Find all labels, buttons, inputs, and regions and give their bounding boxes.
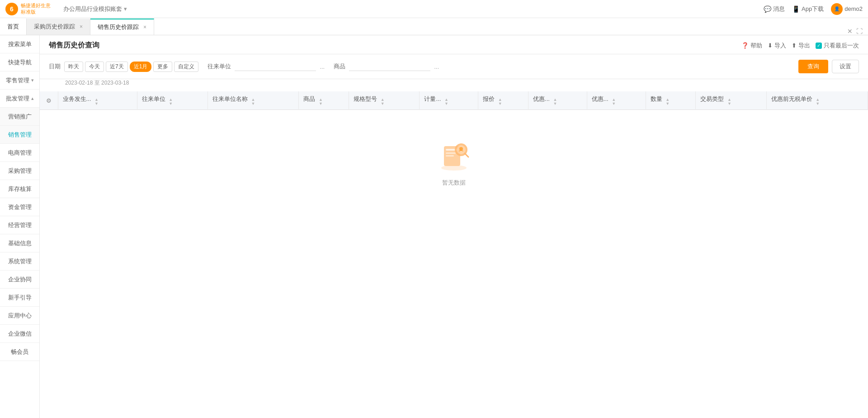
content-area: 销售历史价查询 ❓ 帮助 ⬇ 导入 ⬆ 导出 ✓ xyxy=(40,35,868,418)
sidebar-item-sales-mgmt[interactable]: 销售管理 xyxy=(0,126,39,144)
app-download-button[interactable]: 📱 App下载 xyxy=(792,5,824,13)
sidebar-item-ops-mgmt[interactable]: 经营管理 xyxy=(0,216,39,234)
date-btn-more[interactable]: 更多 xyxy=(153,62,172,72)
search-menu-label: 搜索菜单 xyxy=(8,40,32,48)
sidebar-item-new-guide[interactable]: 新手引导 xyxy=(0,289,39,307)
tab-sales-close-icon[interactable]: × xyxy=(143,24,146,30)
sort-arrows-spec: ▲▼ xyxy=(381,98,385,106)
app-center-label: 应用中心 xyxy=(8,312,32,320)
table-container: ⚙ 业务发生... ▲▼ 往来单位 ▲▼ 往来单位名称 xyxy=(40,91,868,418)
ops-mgmt-label: 经营管理 xyxy=(8,221,32,229)
th-spec[interactable]: 规格型号 ▲▼ xyxy=(349,91,420,110)
tab-purchase-history[interactable]: 采购历史价跟踪 × xyxy=(27,19,90,35)
sort-arrows-from-unit-name: ▲▼ xyxy=(251,98,255,106)
date-btn-yesterday[interactable]: 昨天 xyxy=(64,62,83,72)
sidebar-item-app-center[interactable]: 应用中心 xyxy=(0,307,39,325)
retail-mgmt-label: 零售管理 xyxy=(6,76,29,85)
logo-text: 畅捷通好生意 标准版 xyxy=(21,3,51,14)
msg-button[interactable]: 💬 消息 xyxy=(764,5,785,13)
tab-home-label: 首页 xyxy=(7,23,19,31)
sort-arrows-quote: ▲▼ xyxy=(498,98,502,106)
sidebar-item-purchase-mgmt[interactable]: 采购管理 xyxy=(0,162,39,180)
tab-bar: 首页 采购历史价跟踪 × 销售历史价跟踪 × ✕ ⛶ xyxy=(0,18,868,35)
th-pretax-price[interactable]: 优惠前无税单价 ▲▼ xyxy=(766,91,868,110)
wholesale-mgmt-arrow-icon: ▴ xyxy=(31,95,34,101)
sidebar-item-ecom-mgmt[interactable]: 电商管理 xyxy=(0,144,39,162)
from-unit-input[interactable] xyxy=(235,62,316,71)
sidebar-item-enterprise-wechat[interactable]: 企业微信 xyxy=(0,325,39,343)
app-icon: 📱 xyxy=(792,5,800,13)
th-quote[interactable]: 报价 ▲▼ xyxy=(478,91,528,110)
th-from-unit-name[interactable]: 往来单位名称 ▲▼ xyxy=(208,91,299,110)
quick-nav-label: 快捷导航 xyxy=(8,58,32,66)
search-button[interactable]: 查询 xyxy=(798,60,828,73)
tab-purchase-label: 采购历史价跟踪 xyxy=(34,23,75,31)
sidebar-item-wholesale-mgmt[interactable]: 批发管理 ▴ xyxy=(0,90,39,108)
sidebar-item-retail-mgmt[interactable]: 零售管理 ▾ xyxy=(0,71,39,90)
sort-arrows-product: ▲▼ xyxy=(319,98,323,106)
import-button[interactable]: ⬇ 导入 xyxy=(768,42,786,50)
help-icon: ❓ xyxy=(741,42,749,49)
page-header-actions: ❓ 帮助 ⬇ 导入 ⬆ 导出 ✓ 只看最后一次 xyxy=(741,42,859,50)
tab-sales-label: 销售历史价跟踪 xyxy=(98,23,139,31)
app-title-area: 办公用品行业模拟账套 ▾ xyxy=(63,5,127,13)
enterprise-wechat-label: 企业微信 xyxy=(8,330,32,338)
sort-arrows-unit: ▲▼ xyxy=(444,98,448,106)
data-table: ⚙ 业务发生... ▲▼ 往来单位 ▲▼ 往来单位名称 xyxy=(40,91,868,110)
filter-area: 日期 昨天 今天 近7天 近1月 更多 自定义 往来单位 ... xyxy=(40,54,868,79)
date-btn-7days[interactable]: 近7天 xyxy=(106,62,128,72)
th-from-unit[interactable]: 往来单位 ▲▼ xyxy=(137,91,208,110)
sales-mgmt-label: 销售管理 xyxy=(8,131,32,139)
sort-arrows-from-unit: ▲▼ xyxy=(169,98,173,106)
th-trade-type[interactable]: 交易类型 ▲▼ xyxy=(696,91,766,110)
export-icon: ⬆ xyxy=(792,42,797,49)
sidebar-item-enterprise-collab[interactable]: 企业协同 xyxy=(0,271,39,289)
new-guide-label: 新手引导 xyxy=(8,294,32,302)
tab-close-all-icon[interactable]: ✕ xyxy=(847,28,853,35)
export-button[interactable]: ⬆ 导出 xyxy=(792,42,810,50)
sidebar-item-inventory-check[interactable]: 库存核算 xyxy=(0,180,39,198)
inventory-check-label: 库存核算 xyxy=(8,185,32,193)
purchase-mgmt-label: 采购管理 xyxy=(8,167,32,175)
sidebar-item-finance-mgmt[interactable]: 资金管理 xyxy=(0,198,39,216)
date-btn-today[interactable]: 今天 xyxy=(85,62,104,72)
sidebar-item-sys-mgmt[interactable]: 系统管理 xyxy=(0,252,39,271)
user-menu[interactable]: 👤 demo2 xyxy=(831,3,863,15)
th-gear[interactable]: ⚙ xyxy=(40,91,58,110)
sidebar-item-marketing-promo[interactable]: 营销推广 xyxy=(0,108,39,126)
product-dots: ... xyxy=(434,63,439,70)
th-discount1[interactable]: 优惠... ▲▼ xyxy=(528,91,587,110)
sort-arrows-discount1: ▲▼ xyxy=(553,98,557,106)
empty-icon xyxy=(436,137,472,173)
tab-maximize-icon[interactable]: ⛶ xyxy=(856,28,863,35)
sidebar-item-member[interactable]: 畅会员 xyxy=(0,343,39,361)
setting-button[interactable]: 设置 xyxy=(832,60,859,73)
tab-sales-history[interactable]: 销售历史价跟踪 × xyxy=(90,19,154,35)
th-unit[interactable]: 计量... ▲▼ xyxy=(420,91,478,110)
window-title: 办公用品行业模拟账套 xyxy=(63,5,122,13)
tab-purchase-close-icon[interactable]: × xyxy=(80,24,83,30)
th-discount2[interactable]: 优惠... ▲▼ xyxy=(587,91,646,110)
date-btn-custom[interactable]: 自定义 xyxy=(174,62,198,72)
header-right: 💬 消息 📱 App下载 👤 demo2 xyxy=(764,3,863,15)
tab-home[interactable]: 首页 xyxy=(0,19,27,35)
gear-icon[interactable]: ⚙ xyxy=(46,97,52,104)
only-last-checkbox[interactable]: ✓ 只看最后一次 xyxy=(816,42,859,50)
main-layout: 搜索菜单 快捷导航 零售管理 ▾ 批发管理 ▴ 营销推广 销售管理 电商管理 采… xyxy=(0,35,868,418)
top-header: 6 畅捷通好生意 标准版 办公用品行业模拟账套 ▾ 💬 消息 📱 App下载 👤… xyxy=(0,0,868,18)
dropdown-arrow-icon[interactable]: ▾ xyxy=(124,5,127,12)
product-label: 商品 xyxy=(334,62,345,71)
th-quantity[interactable]: 数量 ▲▼ xyxy=(646,91,696,110)
th-biz-date[interactable]: 业务发生... ▲▼ xyxy=(58,91,137,110)
sidebar-item-search-menu[interactable]: 搜索菜单 xyxy=(0,35,39,53)
ecom-mgmt-label: 电商管理 xyxy=(8,149,32,157)
th-product[interactable]: 商品 ▲▼ xyxy=(299,91,349,110)
sidebar-item-quick-nav[interactable]: 快捷导航 xyxy=(0,53,39,71)
product-input[interactable] xyxy=(349,62,430,71)
sort-arrows-pretax-price: ▲▼ xyxy=(816,98,820,106)
help-button[interactable]: ❓ 帮助 xyxy=(741,42,762,50)
empty-state: 暂无数据 xyxy=(40,110,868,214)
date-btn-1month[interactable]: 近1月 xyxy=(130,62,152,72)
sort-arrows-discount2: ▲▼ xyxy=(612,98,616,106)
sidebar-item-basic-info[interactable]: 基础信息 xyxy=(0,234,39,252)
